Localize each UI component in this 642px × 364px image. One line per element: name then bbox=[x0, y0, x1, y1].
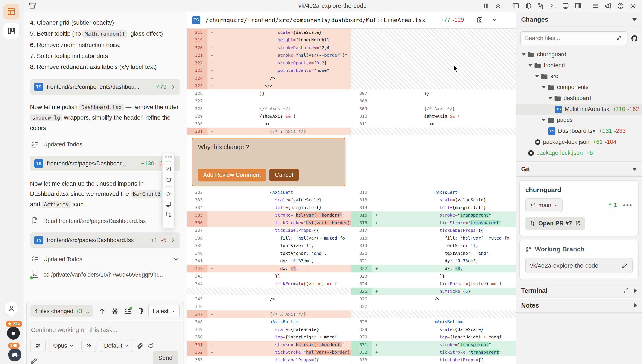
git-compare-icon[interactable] bbox=[537, 2, 544, 10]
terminal-section-header[interactable]: Terminal bbox=[516, 283, 642, 298]
code-text: left={margin.left} bbox=[218, 205, 351, 210]
tree-item-dashboard-tsx[interactable]: TSDashboard.tsx+131-233 bbox=[516, 126, 642, 136]
tree-item-frontend[interactable]: frontend bbox=[516, 60, 642, 71]
notes-section-header[interactable]: Notes bbox=[516, 298, 642, 313]
menu-icon[interactable] bbox=[592, 2, 599, 10]
line-number: 338 bbox=[187, 234, 207, 242]
folder-icon bbox=[547, 84, 554, 90]
line-number: 350 bbox=[187, 333, 207, 341]
line-number: 344 bbox=[187, 280, 207, 288]
diff-line: 330<> bbox=[187, 120, 351, 128]
latest-dropdown[interactable]: Latest bbox=[148, 305, 180, 318]
changes-section-header[interactable]: Changes bbox=[516, 12, 642, 28]
search-files-box[interactable] bbox=[520, 31, 627, 45]
play-icon[interactable] bbox=[165, 190, 172, 197]
diff-line: 333tickLabelProps={{ bbox=[351, 356, 515, 364]
mode-dropdown[interactable]: Default bbox=[100, 340, 133, 352]
collapse-tree-icon[interactable] bbox=[616, 35, 623, 42]
tree-item-pages[interactable]: pages bbox=[516, 114, 642, 126]
line-number: 321 bbox=[187, 52, 207, 59]
line-number: 324 bbox=[351, 280, 372, 288]
diff-sign: + bbox=[372, 220, 383, 225]
chevron-down-icon[interactable] bbox=[491, 17, 498, 24]
add-review-comment-button[interactable]: Add Review Comment bbox=[198, 169, 266, 181]
settings-gear-icon[interactable] bbox=[629, 2, 637, 10]
open-pr-button[interactable]: Open PR #7 bbox=[525, 217, 585, 230]
panel-left-icon[interactable] bbox=[512, 2, 520, 10]
line-number: 330 bbox=[351, 333, 372, 341]
settings-sliders-button[interactable] bbox=[31, 340, 46, 352]
github-octocat-icon[interactable] bbox=[7, 327, 20, 340]
git-compare-icon[interactable] bbox=[165, 211, 172, 218]
tool-row[interactable]: cd /private/var/folders/10/h7w0q46556ggr… bbox=[31, 271, 179, 279]
diff-line: 347-{/* X Axis */} bbox=[187, 310, 351, 318]
diff-line: 323}} bbox=[351, 272, 515, 280]
push-ahead-count[interactable]: 1 bbox=[607, 202, 617, 208]
tree-item-components[interactable]: components bbox=[516, 82, 642, 93]
message-input[interactable]: Continue working on this task... bbox=[27, 320, 184, 337]
tool-row[interactable]: Updated Todos bbox=[31, 255, 179, 263]
tree-item-src[interactable]: src bbox=[516, 71, 642, 82]
branch-dropdown[interactable]: main bbox=[525, 198, 562, 212]
file-change-chip[interactable]: TSfrontend/src/pages/Dashboard.tsx+1-5 bbox=[30, 232, 180, 248]
code-text: scale={dateScale} bbox=[383, 327, 515, 332]
tool-row[interactable]: Read frontend/src/pages/Dashboard.tsx bbox=[31, 217, 179, 225]
diff-line: 336-tickStroke="hsl(var(--border))" bbox=[187, 219, 351, 227]
search-files-input[interactable] bbox=[524, 35, 616, 42]
file-change-chip[interactable]: TSfrontend/src/components/dashboa...+479 bbox=[30, 79, 180, 95]
collapse-up-icon[interactable] bbox=[494, 2, 502, 10]
model-dropdown[interactable]: Opus bbox=[49, 340, 78, 352]
pen-icon[interactable] bbox=[30, 357, 38, 364]
tree-item-package-lock-json[interactable]: package-lock.json+6 bbox=[516, 148, 642, 158]
fast-forward-button[interactable] bbox=[81, 340, 96, 352]
tree-item-churnguard[interactable]: churnguard bbox=[516, 49, 642, 60]
cat-icon[interactable] bbox=[147, 342, 155, 350]
file-change-chip[interactable]: TSfrontend/src/pages/Dashboar...+130-22 bbox=[30, 156, 180, 171]
todos-icon[interactable] bbox=[124, 308, 132, 315]
theme-icon[interactable] bbox=[524, 2, 532, 10]
tool-row[interactable]: Updated Todos bbox=[31, 140, 179, 148]
diff-line: 327 bbox=[351, 303, 515, 310]
cancel-button[interactable]: Cancel bbox=[269, 169, 299, 181]
working-branch-field[interactable]: vk/4e2a-explore-the-code bbox=[525, 258, 632, 274]
git-section-header[interactable]: Git bbox=[516, 162, 642, 177]
more-options-icon[interactable]: ••• bbox=[623, 201, 632, 210]
diff-line: 329{showAxis && ( bbox=[187, 112, 351, 120]
discord-icon[interactable] bbox=[8, 348, 22, 362]
layout-view-button[interactable] bbox=[4, 4, 19, 20]
account-button[interactable] bbox=[5, 302, 18, 315]
chevron-down-icon[interactable] bbox=[173, 256, 179, 262]
tree-item-multilinearea-tsx[interactable]: TSMultiLineArea.tsx+110-162 bbox=[516, 104, 642, 114]
megaphone-icon[interactable] bbox=[604, 2, 612, 10]
pause-icon[interactable] bbox=[482, 2, 489, 10]
folder-icon bbox=[554, 96, 561, 101]
send-button[interactable]: Send bbox=[153, 351, 178, 364]
github-cat-icon[interactable] bbox=[631, 35, 638, 42]
diff-view-icon[interactable] bbox=[476, 17, 483, 24]
ts-file-icon: TS bbox=[548, 128, 555, 135]
terminal-icon[interactable] bbox=[549, 2, 557, 10]
copy-icon[interactable] bbox=[165, 176, 172, 182]
drag-handle[interactable] bbox=[165, 156, 172, 158]
comment-input[interactable]: Why this change ? bbox=[198, 144, 339, 151]
diff-line: 317tickLabelProps={{ bbox=[351, 227, 515, 234]
scroll-up-icon[interactable] bbox=[99, 308, 106, 315]
help-icon[interactable] bbox=[617, 2, 624, 10]
display-icon[interactable] bbox=[165, 201, 172, 207]
tree-item-dashboard[interactable]: dashboard bbox=[516, 93, 642, 104]
removed-stat: -233 bbox=[614, 128, 626, 134]
display-icon[interactable] bbox=[562, 2, 569, 10]
expand-icon[interactable] bbox=[623, 288, 629, 294]
board-view-button[interactable] bbox=[4, 23, 19, 39]
attach-paperclip-icon[interactable] bbox=[137, 342, 144, 350]
code-text: </> bbox=[218, 83, 351, 88]
file-label: src bbox=[550, 73, 558, 80]
code-text: tickLabelProps={{ bbox=[218, 357, 351, 362]
diff-line: 345/> bbox=[187, 295, 351, 303]
tree-item-package-lock-json[interactable]: package-lock.json+61-104 bbox=[516, 136, 642, 148]
caret-down-icon bbox=[535, 75, 539, 78]
panel-right-icon[interactable] bbox=[574, 2, 582, 10]
burst-icon[interactable] bbox=[112, 308, 119, 315]
edit-diff-icon[interactable] bbox=[165, 166, 172, 172]
files-changed-chip[interactable]: 4 files changed +3... bbox=[31, 305, 93, 318]
